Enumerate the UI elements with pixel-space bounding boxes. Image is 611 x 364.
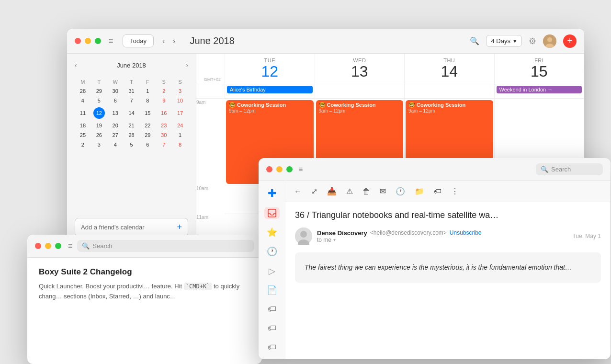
- list-item[interactable]: 8: [172, 140, 188, 149]
- list-item[interactable]: 10: [172, 96, 188, 105]
- hamburger-icon[interactable]: ≡: [109, 37, 113, 46]
- day-header-sat: S: [156, 78, 172, 86]
- list-item[interactable]: 4: [75, 96, 91, 105]
- close-button[interactable]: [75, 38, 81, 44]
- list-item[interactable]: 13: [107, 105, 124, 121]
- inbox-icon[interactable]: [264, 207, 280, 219]
- sent-icon[interactable]: ▷: [264, 265, 280, 276]
- back-button[interactable]: ←: [291, 185, 305, 198]
- list-item[interactable]: 1: [139, 86, 156, 96]
- list-item[interactable]: 19: [91, 121, 107, 130]
- list-item[interactable]: 28: [124, 130, 140, 140]
- starred-icon[interactable]: ⭐: [264, 227, 280, 238]
- list-item[interactable]: 29: [91, 86, 107, 96]
- email-body: The fairest thing we can experience is t…: [295, 252, 601, 282]
- list-item[interactable]: 16: [156, 105, 172, 121]
- maximize-button[interactable]: [95, 38, 101, 44]
- list-item[interactable]: 25: [75, 130, 91, 140]
- more-button[interactable]: ⋮: [448, 185, 462, 198]
- list-item[interactable]: 11: [75, 105, 91, 121]
- list-item[interactable]: 31: [124, 86, 140, 96]
- list-item[interactable]: 7: [156, 140, 172, 149]
- list-item[interactable]: 26: [91, 130, 107, 140]
- list-item[interactable]: 2: [156, 86, 172, 96]
- days-picker[interactable]: 4 Days ▾: [486, 35, 522, 47]
- list-item[interactable]: 8: [139, 96, 156, 105]
- list-item[interactable]: 30: [107, 86, 124, 96]
- prev-period-button[interactable]: ‹: [159, 35, 168, 47]
- list-item[interactable]: 3: [172, 86, 188, 96]
- notes-hamburger-icon[interactable]: ≡: [68, 242, 72, 250]
- notes-minimize-button[interactable]: [45, 243, 51, 249]
- all-day-row: Alice's Birthday Weekend in London →: [196, 84, 584, 99]
- compose-button[interactable]: ✚: [263, 187, 281, 200]
- label-icon-1[interactable]: 🏷: [264, 304, 280, 315]
- add-event-button[interactable]: +: [563, 34, 577, 48]
- list-item[interactable]: 30: [156, 130, 172, 140]
- delete-button[interactable]: 🗑: [360, 185, 373, 198]
- table-row: 4 5 6 7 8 9 10: [75, 96, 188, 105]
- drafts-icon[interactable]: 📄: [264, 284, 280, 296]
- list-item[interactable]: 1: [172, 130, 188, 140]
- unsubscribe-link[interactable]: Unsubscribe: [450, 229, 482, 236]
- list-item[interactable]: 5: [124, 140, 140, 149]
- list-item[interactable]: 18: [75, 121, 91, 130]
- snooze-button[interactable]: 🕐: [393, 185, 408, 198]
- list-item[interactable]: 29: [139, 130, 156, 140]
- table-row: 28 29 30 31 1 2 3: [75, 86, 188, 96]
- move-button[interactable]: 📁: [412, 185, 427, 198]
- notes-search-box[interactable]: 🔍 Search: [77, 240, 254, 252]
- notes-close-button[interactable]: [35, 243, 41, 249]
- email-to-line: to me ▾: [317, 237, 567, 243]
- sender-name: Dense Discovery: [317, 229, 367, 237]
- spam-button[interactable]: ⚠: [343, 185, 356, 198]
- mark-unread-button[interactable]: ✉: [377, 185, 389, 198]
- list-item[interactable]: 7: [124, 96, 140, 105]
- mail-hamburger-icon[interactable]: ≡: [298, 165, 303, 174]
- london-event[interactable]: Weekend in London →: [497, 86, 582, 93]
- list-item[interactable]: 20: [107, 121, 124, 130]
- snoozed-icon[interactable]: 🕐: [264, 246, 280, 257]
- list-item[interactable]: 28: [75, 86, 91, 96]
- today-button[interactable]: Today: [123, 34, 154, 47]
- archive-button[interactable]: 📥: [324, 185, 339, 198]
- list-item[interactable]: 3: [91, 140, 107, 149]
- list-item[interactable]: 5: [91, 96, 107, 105]
- list-item[interactable]: 27: [107, 130, 124, 140]
- mail-search-box[interactable]: 🔍 Search: [536, 163, 603, 175]
- gear-icon[interactable]: ⚙: [529, 36, 536, 46]
- list-item[interactable]: 17: [172, 105, 188, 121]
- list-item[interactable]: 14: [124, 105, 140, 121]
- list-item[interactable]: 4: [107, 140, 124, 149]
- avatar[interactable]: [543, 34, 556, 48]
- add-friend-calendar[interactable]: Add a friend's calendar +: [75, 218, 188, 237]
- calendar-sidebar: ‹ June 2018 › M T W T F S S: [67, 54, 196, 244]
- mini-cal-prev[interactable]: ‹: [75, 61, 77, 69]
- list-item[interactable]: 2: [75, 140, 91, 149]
- mail-close-button[interactable]: [266, 166, 272, 172]
- mini-cal-next[interactable]: ›: [186, 61, 188, 69]
- chevron-down-icon[interactable]: ▾: [333, 237, 336, 242]
- mail-maximize-button[interactable]: [286, 166, 293, 172]
- minimize-button[interactable]: [85, 38, 91, 44]
- expand-button[interactable]: ⤢: [308, 185, 320, 198]
- birthday-event[interactable]: Alice's Birthday: [227, 86, 313, 93]
- label-button[interactable]: 🏷: [431, 185, 444, 198]
- next-period-button[interactable]: ›: [170, 35, 179, 47]
- list-item[interactable]: 23: [156, 121, 172, 130]
- list-item[interactable]: 6: [139, 140, 156, 149]
- mail-minimize-button[interactable]: [276, 166, 283, 172]
- label-icon-3[interactable]: 🏷: [264, 342, 280, 353]
- list-item[interactable]: 12: [91, 105, 107, 121]
- label-icon-2[interactable]: 🏷: [264, 323, 280, 334]
- list-item[interactable]: 22: [139, 121, 156, 130]
- notes-maximize-button[interactable]: [55, 243, 61, 249]
- day-header-fri: F: [139, 78, 156, 86]
- list-item[interactable]: 6: [107, 96, 124, 105]
- list-item[interactable]: 9: [156, 96, 172, 105]
- list-item[interactable]: 24: [172, 121, 188, 130]
- search-icon[interactable]: 🔍: [470, 36, 479, 46]
- mail-titlebar: ≡ 🔍 Search: [259, 158, 611, 181]
- list-item[interactable]: 15: [139, 105, 156, 121]
- list-item[interactable]: 21: [124, 121, 140, 130]
